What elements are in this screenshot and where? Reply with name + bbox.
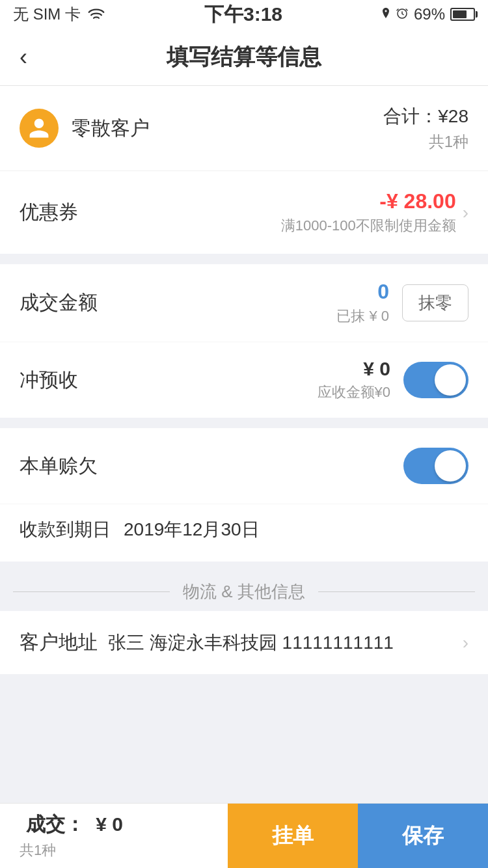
- back-button[interactable]: ‹: [20, 44, 27, 71]
- toggle-knob: [435, 364, 466, 396]
- prepay-toggle[interactable]: [403, 362, 468, 398]
- battery-icon: [450, 8, 475, 21]
- prepay-row: 冲预收 ¥ 0 应收金额¥0: [0, 342, 488, 418]
- status-left: 无 SIM 卡: [13, 4, 105, 25]
- debt-toggle-knob: [435, 450, 466, 481]
- address-row[interactable]: 客户地址 张三 海淀永丰科技园 11111111111 ›: [0, 611, 488, 674]
- amount-row: 成交金额 0 已抹 ¥ 0 抹零: [0, 264, 488, 342]
- page-title: 填写结算等信息: [167, 42, 321, 72]
- status-time: 下午3:18: [204, 1, 282, 28]
- round-zero-button[interactable]: 抹零: [402, 284, 468, 321]
- debt-toggle[interactable]: [403, 448, 468, 484]
- gray-area: [0, 685, 488, 815]
- save-button[interactable]: 保存: [358, 804, 488, 868]
- amount-sub: 已抹 ¥ 0: [336, 306, 389, 326]
- deal-label: 成交：: [26, 813, 85, 835]
- location-icon: [381, 5, 390, 23]
- coupon-chevron-icon: ›: [463, 202, 468, 223]
- total-label: 合计：¥28: [383, 104, 468, 129]
- deal-value: ¥ 0: [96, 813, 123, 835]
- coupon-desc: 满1000-100不限制使用金额: [281, 216, 456, 236]
- bottom-deal: 成交： ¥ 0: [20, 811, 208, 838]
- coupon-right: -¥ 28.00 满1000-100不限制使用金额 ›: [281, 189, 468, 236]
- customer-section: 零散客户 合计：¥28 共1种 优惠券 -¥ 28.00 满1000-100不限…: [0, 86, 488, 254]
- bottom-info: 成交： ¥ 0 共1种: [0, 804, 228, 868]
- logistics-divider: 物流 & 其他信息: [0, 572, 488, 611]
- coupon-amount: -¥ 28.00: [281, 189, 456, 213]
- transaction-section: 成交金额 0 已抹 ¥ 0 抹零 冲预收 ¥ 0 应收金额¥0: [0, 264, 488, 418]
- amount-label: 成交金额: [20, 290, 98, 316]
- customer-right: 合计：¥28 共1种: [383, 104, 468, 152]
- due-date-row: 收款到期日 2019年12月30日: [0, 504, 488, 562]
- address-label: 客户地址: [20, 629, 98, 656]
- logistics-section: 客户地址 张三 海淀永丰科技园 11111111111 ›: [0, 611, 488, 674]
- total-count: 共1种: [383, 131, 468, 152]
- due-date-value: 2019年12月30日: [124, 517, 260, 542]
- prepay-block: ¥ 0 应收金额¥0: [318, 358, 390, 402]
- address-value: 张三 海淀永丰科技园 11111111111: [108, 631, 452, 655]
- prepay-right: ¥ 0 应收金额¥0: [318, 358, 468, 402]
- customer-row: 零散客户 合计：¥28 共1种: [0, 86, 488, 170]
- due-date-label: 收款到期日: [20, 517, 111, 542]
- customer-name: 零散客户: [72, 115, 150, 142]
- pending-button[interactable]: 挂单: [228, 804, 358, 868]
- amount-value: 0: [336, 280, 389, 304]
- debt-row: 本单赊欠: [0, 428, 488, 504]
- nav-bar: ‹ 填写结算等信息: [0, 29, 488, 86]
- avatar: [20, 109, 59, 148]
- coupon-label: 优惠券: [20, 199, 78, 226]
- debt-label: 本单赊欠: [20, 453, 98, 480]
- status-right: 69%: [381, 5, 475, 23]
- debt-section: 本单赊欠 收款到期日 2019年12月30日: [0, 428, 488, 562]
- customer-left: 零散客户: [20, 109, 150, 148]
- divider-text: 物流 & 其他信息: [183, 580, 305, 603]
- carrier-label: 无 SIM 卡: [13, 4, 81, 25]
- battery-percentage: 69%: [414, 5, 445, 23]
- amount-block: 0 已抹 ¥ 0: [336, 280, 389, 326]
- bottom-bar: 成交： ¥ 0 共1种 挂单 保存: [0, 803, 488, 868]
- amount-right: 0 已抹 ¥ 0 抹零: [336, 280, 468, 326]
- alarm-icon: [396, 5, 409, 23]
- prepay-label: 冲预收: [20, 367, 78, 394]
- status-bar: 无 SIM 卡 下午3:18 69%: [0, 0, 488, 29]
- wifi-icon: [87, 5, 105, 23]
- bottom-count: 共1种: [20, 841, 208, 860]
- coupon-row[interactable]: 优惠券 -¥ 28.00 满1000-100不限制使用金额 ›: [0, 170, 488, 254]
- address-chevron-icon: ›: [463, 632, 468, 653]
- coupon-details: -¥ 28.00 满1000-100不限制使用金额: [281, 189, 456, 236]
- prepay-sub: 应收金额¥0: [318, 383, 390, 402]
- prepay-value: ¥ 0: [318, 358, 390, 380]
